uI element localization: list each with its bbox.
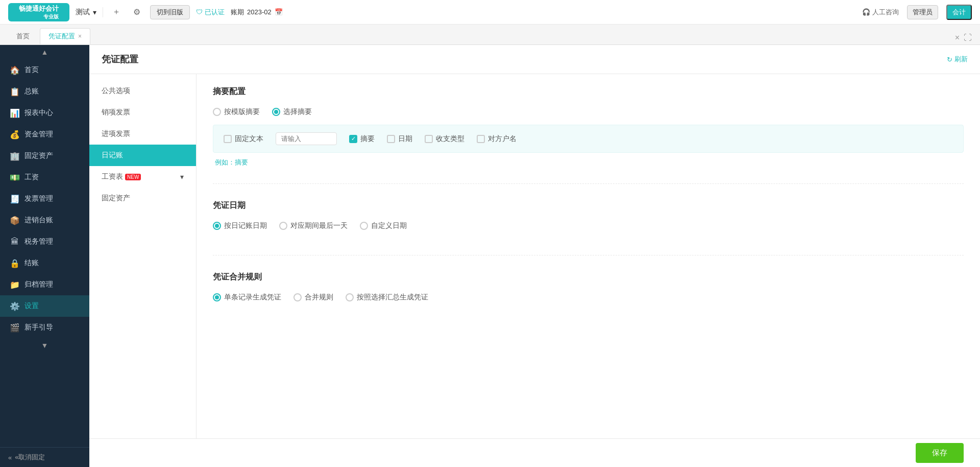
nav-item-diary[interactable]: 日记账 (89, 145, 196, 166)
fullscreen-icon[interactable]: ⛶ (964, 33, 972, 42)
checkbox-summary[interactable]: ✓ 摘要 (349, 134, 375, 144)
check-icon: ✓ (351, 135, 356, 142)
radio-custom-date[interactable]: 自定义日期 (360, 221, 407, 230)
radio-select-summary[interactable]: 选择摘要 (272, 107, 312, 116)
sidebar-item-label: 总账 (24, 87, 39, 96)
ledger-icon: 📋 (10, 87, 19, 96)
radio-label-select: 选择摘要 (283, 107, 312, 116)
sidebar-item-fund[interactable]: 💰 资金管理 (0, 124, 89, 145)
tab-home-label: 首页 (16, 32, 30, 41)
save-button[interactable]: 保存 (916, 443, 964, 463)
radio-by-selection[interactable]: 按照选择汇总生成凭证 (346, 293, 428, 302)
merge-title: 凭证合并规则 (213, 272, 964, 283)
summary-title: 摘要配置 (213, 86, 964, 97)
sidebar-item-label: 新手引导 (24, 323, 53, 332)
radio-template-summary[interactable]: 按模版摘要 (213, 107, 260, 116)
tab-home[interactable]: 首页 (8, 28, 38, 44)
sidebar-item-label: 发票管理 (24, 194, 53, 203)
checkbox-fixed-text[interactable]: 固定文本 (224, 134, 263, 144)
radio-label-selection: 按照选择汇总生成凭证 (357, 293, 428, 302)
invoice-icon: 🧾 (10, 194, 19, 203)
checkbox-label-fixed-text: 固定文本 (235, 134, 263, 144)
nav-item-sales-invoice[interactable]: 销项发票 (89, 102, 196, 123)
checkbox-box-summary: ✓ (349, 135, 357, 143)
cancel-fixed-icon: « (8, 454, 12, 461)
home-icon: 🏠 (10, 65, 19, 75)
nav-item-payroll[interactable]: 工资表NEW ▾ (89, 166, 196, 188)
radio-dot-select (274, 110, 278, 114)
nav-item-public[interactable]: 公共选项 (89, 80, 196, 102)
sidebar-item-close[interactable]: 🔒 结账 (0, 252, 89, 274)
calendar-icon[interactable]: 📅 (275, 8, 283, 16)
accountant-button[interactable]: 会计 (946, 5, 972, 20)
radio-label-custom: 自定义日期 (371, 221, 407, 230)
logo-subtitle: 专业版 (19, 13, 59, 20)
cancel-fixed-label: «取消固定 (15, 453, 45, 462)
sidebar-item-label: 结账 (24, 259, 39, 268)
radio-circle-select (272, 108, 280, 116)
sidebar-item-report[interactable]: 📊 报表中心 (0, 102, 89, 124)
sidebar-item-guide[interactable]: 🎬 新手引导 (0, 317, 89, 338)
sidebar-item-home[interactable]: 🏠 首页 (0, 59, 89, 81)
radio-label-period: 对应期间最后一天 (290, 221, 348, 230)
summary-section: 摘要配置 按模版摘要 选择摘要 (213, 86, 964, 184)
tabbar: 首页 凭证配置 × × ⛶ (0, 25, 980, 45)
radio-diary-date[interactable]: 按日记账日期 (213, 221, 267, 230)
radio-single[interactable]: 单条记录生成凭证 (213, 293, 281, 302)
checkbox-date[interactable]: 日期 (387, 134, 412, 144)
new-badge: NEW (125, 174, 141, 180)
refresh-button[interactable]: ↻ 刷新 (947, 55, 968, 72)
close-period-icon: 🔒 (10, 259, 19, 268)
consult-button[interactable]: 🎧 人工咨询 (862, 8, 899, 17)
gear-icon[interactable]: ⚙ (130, 5, 144, 19)
manager-button[interactable]: 管理员 (907, 5, 938, 19)
checkbox-income-type[interactable]: 收支类型 (425, 134, 464, 144)
date-radio-group: 按日记账日期 对应期间最后一天 自定义日期 (213, 221, 964, 230)
sidebar-item-label: 首页 (24, 65, 39, 75)
tab-voucher-label: 凭证配置 (48, 32, 75, 41)
switch-old-button[interactable]: 切到旧版 (150, 5, 190, 19)
checkbox-label-counterpart: 对方户名 (488, 134, 517, 144)
radio-period-last[interactable]: 对应期间最后一天 (279, 221, 348, 230)
radio-label-template: 按模版摘要 (224, 107, 260, 116)
radio-label-diary: 按日记账日期 (224, 221, 267, 230)
checkbox-counterpart[interactable]: 对方户名 (477, 134, 517, 144)
radio-circle-selection (346, 293, 354, 301)
logo: 畅捷通好会计 专业版 (8, 3, 69, 21)
period-display: 账期 2023-02 📅 (231, 8, 283, 17)
close-icon[interactable]: × (955, 33, 960, 42)
date-title: 凭证日期 (213, 200, 964, 211)
cancel-fixed-button[interactable]: « «取消固定 (0, 447, 89, 467)
project-selector[interactable]: 测试 ▾ (76, 8, 96, 17)
sales-icon: 📦 (10, 216, 19, 225)
sidebar-item-label: 工资 (24, 173, 39, 182)
radio-circle-custom (360, 222, 368, 230)
tab-voucher-config[interactable]: 凭证配置 × (40, 28, 90, 44)
chevron-down-icon: ▾ (180, 173, 184, 181)
radio-circle-merge (293, 293, 302, 301)
sidebar-item-invoice[interactable]: 🧾 发票管理 (0, 188, 89, 209)
sidebar-item-archive[interactable]: 📁 归档管理 (0, 274, 89, 295)
certified-status: 🛡 已认证 (196, 8, 225, 17)
sidebar-item-salary[interactable]: 💵 工资 (0, 167, 89, 188)
sidebar-scroll-up[interactable]: ▲ (0, 45, 89, 59)
sidebar-item-ledger[interactable]: 📋 总账 (0, 81, 89, 102)
sidebar-item-tax[interactable]: 🏛 税务管理 (0, 231, 89, 252)
radio-merge-rules[interactable]: 合并规则 (293, 293, 333, 302)
fixed-text-input[interactable] (276, 132, 337, 145)
radio-circle-period (279, 222, 287, 230)
guide-icon: 🎬 (10, 323, 19, 332)
sidebar-item-sales[interactable]: 📦 进销台账 (0, 209, 89, 231)
tab-close-icon[interactable]: × (78, 33, 82, 40)
asset-icon: 🏢 (10, 151, 19, 160)
nav-item-fixed-assets[interactable]: 固定资产 (89, 188, 196, 209)
nav-item-purchase-invoice[interactable]: 进项发票 (89, 123, 196, 145)
radio-dot-single (215, 295, 219, 299)
payroll-label: 工资表NEW (102, 172, 141, 181)
sidebar-item-settings[interactable]: ⚙️ 设置 (0, 295, 89, 317)
sidebar-item-asset[interactable]: 🏢 固定资产 (0, 145, 89, 167)
merge-section: 凭证合并规则 单条记录生成凭证 合并规则 (213, 272, 964, 326)
sidebar-scroll-down[interactable]: ▼ (0, 338, 89, 353)
settings-icon: ⚙️ (10, 301, 19, 311)
add-icon[interactable]: ＋ (109, 5, 124, 19)
